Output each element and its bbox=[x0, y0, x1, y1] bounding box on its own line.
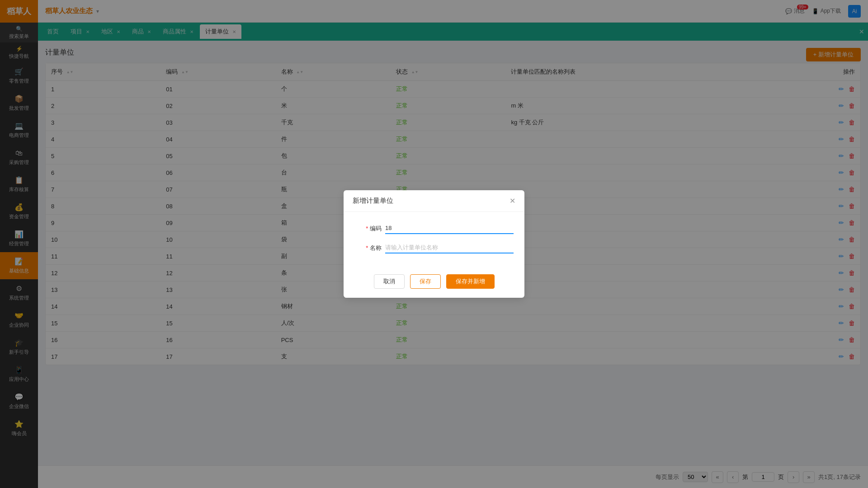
modal-overlay[interactable]: 新增计量单位 ✕ 编码 名称 取消 保存 保存并新增 bbox=[0, 0, 868, 488]
name-label: 名称 bbox=[354, 244, 382, 252]
save-button[interactable]: 保存 bbox=[410, 274, 441, 289]
form-row-name: 名称 bbox=[354, 242, 514, 253]
name-input[interactable] bbox=[385, 242, 514, 253]
modal-footer: 取消 保存 保存并新增 bbox=[344, 269, 524, 298]
modal-header: 新增计量单位 ✕ bbox=[344, 190, 524, 212]
modal-title: 新增计量单位 bbox=[353, 197, 393, 205]
cancel-button[interactable]: 取消 bbox=[374, 274, 405, 289]
code-label: 编码 bbox=[354, 225, 382, 233]
save-and-add-button[interactable]: 保存并新增 bbox=[446, 274, 495, 289]
modal-close-button[interactable]: ✕ bbox=[509, 197, 515, 205]
modal-body: 编码 名称 bbox=[344, 212, 524, 269]
form-row-code: 编码 bbox=[354, 223, 514, 234]
modal-add-unit: 新增计量单位 ✕ 编码 名称 取消 保存 保存并新增 bbox=[344, 190, 524, 298]
code-input[interactable] bbox=[385, 223, 514, 234]
